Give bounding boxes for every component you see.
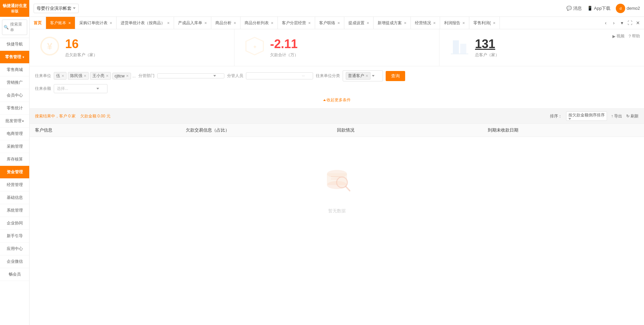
empty-text: 暂无数据 xyxy=(328,208,346,214)
tab-customer-contact[interactable]: 客户联络 ✕ xyxy=(315,17,344,29)
user-avatar-button[interactable]: d demo2 xyxy=(616,4,640,13)
sidebar-item-vip-member[interactable]: 畅会员 xyxy=(0,268,29,281)
tab-next-button[interactable]: › xyxy=(610,20,617,26)
sidebar-item-purchase-mgmt[interactable]: 采购管理 xyxy=(0,140,29,153)
stat-label-customers: 总欠款客户（家） xyxy=(65,52,97,58)
results-info: 搜索结果中，客户 0 家 欠款金额 0.00 元 xyxy=(35,113,111,119)
tab-close-raise-setting[interactable]: ✕ xyxy=(367,21,369,25)
tab-close-cost-entry[interactable]: ✕ xyxy=(204,21,207,25)
sidebar-item-member-center[interactable]: 会员中心 xyxy=(0,89,29,102)
dept-chevron-icon xyxy=(213,75,216,77)
sidebar-item-ecommerce-mgmt[interactable]: 电商管理 xyxy=(0,128,29,140)
sidebar-search-area: 🔍 搜索菜单 xyxy=(0,17,29,38)
tab-prev-button[interactable]: ‹ xyxy=(602,20,609,26)
svg-rect-4 xyxy=(460,44,466,54)
tab-close-new-raise-plan[interactable]: ✕ xyxy=(404,21,406,25)
tab-close-all-button[interactable]: ✕ xyxy=(635,20,641,26)
tab-close-goods-stats[interactable]: ✕ xyxy=(167,21,170,25)
filter-tag-chen[interactable]: 陈民强 ✕ xyxy=(68,72,89,80)
stat-text-customers: 16 总欠款客户（家） xyxy=(65,37,97,58)
filter-tag-close-cjttcw[interactable]: ✕ xyxy=(126,74,129,78)
tab-purchase-order-stats[interactable]: 采购订单统计表 ✕ xyxy=(75,17,117,29)
content-area: ▶ 视频 ? 帮助 ¥ xyxy=(30,29,644,325)
balance-filter-select[interactable]: 选择... xyxy=(54,84,108,93)
account-selector[interactable]: 母婴行业演示帐套 xyxy=(34,4,79,13)
tab-close-customer-segment[interactable]: ✕ xyxy=(308,21,311,25)
sidebar-item-basic-info[interactable]: 基础信息 xyxy=(0,191,29,204)
tab-retail-profit[interactable]: 零售利润( ✕ xyxy=(469,17,500,29)
tab-goods-analysis[interactable]: 商品分析 ✕ xyxy=(211,17,241,29)
filter-tag-close-chen[interactable]: ✕ xyxy=(84,74,86,78)
sidebar-item-app-center[interactable]: 应用中心 xyxy=(0,243,29,255)
sidebar-item-enterprise-collab[interactable]: 企业协同 xyxy=(0,217,29,230)
tab-customer-capital[interactable]: 客户账本 ✕ xyxy=(46,17,75,29)
tab-customer-segment[interactable]: 客户分层经营 ✕ xyxy=(278,17,315,29)
stats-row: ▶ 视频 ? 帮助 ¥ xyxy=(30,29,644,66)
sidebar-item-retail-mall[interactable]: 零售商城 xyxy=(0,64,29,76)
tab-biz-situation[interactable]: 经营情况 ✕ xyxy=(411,17,440,29)
category-tag-close[interactable]: ✕ xyxy=(366,74,368,78)
sidebar-item-capital-mgmt[interactable]: 资金管理 xyxy=(0,166,29,179)
sidebar-item-retail-mgmt[interactable]: 零售管理 ▾ xyxy=(0,51,29,64)
tab-profit-report[interactable]: 利润报告 ✕ xyxy=(440,17,469,29)
tabbar: 首页 客户账本 ✕ 采购订单统计表 ✕ 进货单统计表（按商品） ✕ 产成品入库单… xyxy=(30,17,644,29)
sidebar-item-wholesale-mgmt[interactable]: 批发管理 ▾ xyxy=(0,115,29,128)
results-actions: 排序： 按欠款金额倒序排序 ↑ 导出 ↻ 刷新 xyxy=(550,111,639,121)
filter-area: 往来单位 伍 ✕ 陈民强 ✕ 王小亮 ✕ xyxy=(30,66,644,109)
export-button[interactable]: ↑ 导出 xyxy=(611,113,622,119)
filter-tag-wu[interactable]: 伍 ✕ xyxy=(54,72,67,80)
avatar: d xyxy=(616,4,625,13)
tab-close-customer-capital[interactable]: ✕ xyxy=(68,21,71,25)
empty-icon xyxy=(320,164,354,204)
tab-close-goods-analysis[interactable]: ✕ xyxy=(233,21,236,25)
tab-close-customer-contact[interactable]: ✕ xyxy=(337,21,340,25)
query-button[interactable]: 查询 xyxy=(386,71,405,81)
app-download-button[interactable]: 📱 App下载 xyxy=(587,5,610,11)
dept-filter-label: 分管部门 xyxy=(138,73,155,79)
filter-more-tags[interactable]: ... xyxy=(132,74,136,78)
sidebar-item-ops-mgmt[interactable]: 经营管理 xyxy=(0,179,29,191)
stat-text-customers2: 131 总客户（家） xyxy=(475,37,499,58)
filter-tag-wang[interactable]: 王小亮 ✕ xyxy=(90,72,111,80)
tab-new-raise-plan[interactable]: 新增提成方案 ✕ xyxy=(374,17,411,29)
building-icon xyxy=(449,37,470,58)
dept-filter-select[interactable] xyxy=(157,73,224,78)
sidebar-item-retail-stats[interactable]: 零售统计 xyxy=(0,102,29,115)
arrears-value: 0.00 xyxy=(97,114,105,118)
quick-nav-item[interactable]: 快捷导航 xyxy=(0,38,29,51)
tab-goods-analysis-list[interactable]: 商品分析列表 ✕ xyxy=(241,17,278,29)
tab-home[interactable]: 首页 xyxy=(30,17,46,29)
sidebar-item-sys-mgmt[interactable]: 系统管理 xyxy=(0,204,29,217)
search-menu-button[interactable]: 🔍 搜索菜单 xyxy=(2,20,27,35)
balance-chevron-icon xyxy=(96,88,99,89)
main-area: 母婴行业演示帐套 💬 消息 📱 App下载 d demo2 首页 xyxy=(30,0,644,325)
refresh-button[interactable]: ↻ 刷新 xyxy=(626,113,639,119)
table-col-customer-info: 客户信息 xyxy=(35,127,186,133)
tab-close-profit-report[interactable]: ✕ xyxy=(462,21,465,25)
tab-raise-setting[interactable]: 提成设置 ✕ xyxy=(344,17,374,29)
sidebar-item-enterprise-wx[interactable]: 企业微信 xyxy=(0,255,29,268)
category-filter-select[interactable]: 普通客户 ✕ xyxy=(343,70,383,81)
filter-collapse-button[interactable]: 收起更多条件 xyxy=(323,97,351,103)
tab-goods-stats[interactable]: 进货单统计表（按商品） ✕ xyxy=(117,17,174,29)
category-chevron-icon xyxy=(372,75,375,77)
message-button[interactable]: 💬 消息 xyxy=(566,5,582,11)
tab-close-goods-analysis-list[interactable]: ✕ xyxy=(271,21,273,25)
filter-tag-close-wang[interactable]: ✕ xyxy=(106,74,109,78)
sort-select[interactable]: 按欠款金额倒序排序 xyxy=(566,111,607,121)
stat-number-customers: 16 xyxy=(65,37,97,51)
sidebar-item-marketing[interactable]: 营销推广 xyxy=(0,76,29,89)
category-tag-normal[interactable]: 普通客户 ✕ xyxy=(346,72,371,80)
filter-tag-close-wu[interactable]: ✕ xyxy=(61,74,64,78)
person-filter-select[interactable]: ··· xyxy=(246,72,313,79)
filter-tag-cjttcw[interactable]: cjttcw ✕ xyxy=(112,73,131,79)
tab-cost-entry[interactable]: 产成品入库单 ✕ xyxy=(174,17,211,29)
tab-fullscreen-button[interactable]: ⛶ xyxy=(627,20,633,26)
tab-close-purchase-order[interactable]: ✕ xyxy=(110,21,112,25)
sidebar-item-new-guide[interactable]: 新手引导 xyxy=(0,230,29,243)
tab-close-retail-profit[interactable]: ✕ xyxy=(493,21,496,25)
sidebar-item-inventory[interactable]: 库存核算 xyxy=(0,153,29,166)
tab-menu-button[interactable]: ▾ xyxy=(618,20,625,26)
badge-icon: ✦ xyxy=(245,36,265,59)
tab-close-biz-situation[interactable]: ✕ xyxy=(433,21,436,25)
